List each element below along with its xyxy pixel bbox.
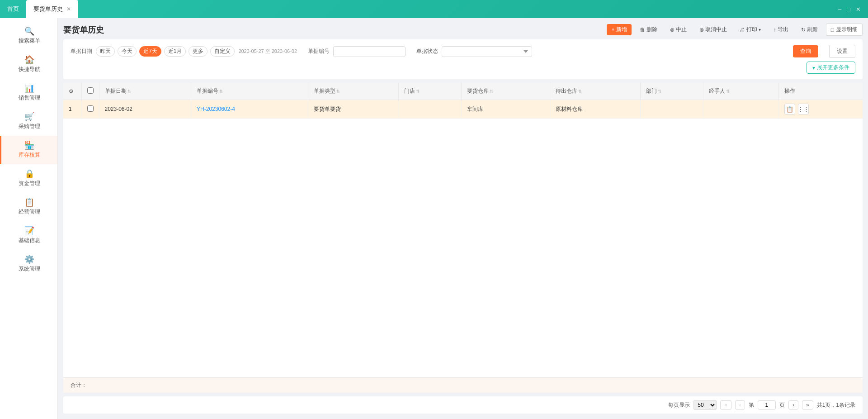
maximize-btn[interactable]: □: [847, 6, 850, 13]
sidebar-item-basic-info[interactable]: 📝 基础信息: [0, 221, 57, 250]
next-page-btn[interactable]: ›: [788, 400, 798, 409]
close-btn[interactable]: ✕: [856, 6, 861, 13]
operations-mgmt-icon: 📋: [24, 198, 34, 206]
th-actions: 操作: [779, 83, 863, 100]
th-checkbox: [81, 83, 99, 100]
cancel-stop-button-label: 取消中止: [705, 26, 727, 33]
sidebar-item-inventory-label: 库存核算: [19, 151, 40, 159]
row-num: 1: [63, 100, 81, 119]
expand-icon: ▾: [812, 65, 815, 71]
filter-row-1: 单据日期 昨天 今天 近7天 近1月 更多 自定义 2023-05-27 至 2…: [71, 45, 855, 58]
content-area: 要货单历史 + 新增 🗑 删除 ⊗ 中止 ⊗ 取消中止 🖨: [58, 18, 868, 419]
th-doc-date[interactable]: 单据日期⇅: [99, 83, 191, 100]
doc-no-link[interactable]: YH-20230602-4: [197, 106, 235, 112]
finance-mgmt-icon: 🔒: [24, 170, 34, 178]
new-button[interactable]: + 新增: [607, 24, 631, 35]
th-settings[interactable]: ⚙: [63, 83, 81, 100]
expand-label: 展开更多条件: [817, 64, 849, 71]
tab-home[interactable]: 首页: [0, 0, 26, 18]
tab-requisition-history[interactable]: 要货单历史 ✕: [26, 0, 78, 18]
per-page-label: 每页显示: [668, 401, 690, 409]
delete-button[interactable]: 🗑 删除: [635, 24, 662, 35]
filter-bar: 单据日期 昨天 今天 近7天 近1月 更多 自定义 2023-05-27 至 2…: [63, 39, 863, 79]
th-pending-warehouse[interactable]: 待出仓库⇅: [550, 83, 640, 100]
sidebar-item-quick-nav[interactable]: 🏠 快捷导航: [0, 50, 57, 79]
toolbar: + 新增 🗑 删除 ⊗ 中止 ⊗ 取消中止 🖨 打印 ▾: [607, 24, 863, 36]
basic-info-icon: 📝: [24, 227, 34, 235]
refresh-button[interactable]: ↻ 刷新: [797, 24, 822, 35]
prev-page-btn[interactable]: ‹: [735, 400, 745, 409]
inventory-icon: 🏪: [24, 141, 34, 149]
date-btn-yesterday[interactable]: 昨天: [96, 46, 115, 57]
date-btn-7days[interactable]: 近7天: [139, 46, 161, 57]
display-detail-checkbox-icon: □: [831, 27, 834, 33]
expand-more-btn[interactable]: ▾ 展开更多条件: [807, 62, 855, 74]
row-doc-type: 要货单要货: [308, 100, 398, 119]
new-button-label: + 新增: [611, 26, 627, 33]
first-page-btn[interactable]: «: [720, 400, 731, 409]
tab-requisition-history-label: 要货单历史: [33, 5, 63, 13]
row-delete-btn[interactable]: ⋮⋮: [798, 104, 809, 114]
tab-close-icon[interactable]: ✕: [66, 6, 71, 12]
th-doc-no[interactable]: 单据编号⇅: [191, 83, 308, 100]
filter-row-2: ▾ 展开更多条件: [71, 62, 855, 74]
last-page-btn[interactable]: »: [802, 400, 813, 409]
sidebar: 🔍 搜索菜单 🏠 快捷导航 📊 销售管理 🛒 采购管理 🏪 库存核算 🔒 资金管…: [0, 18, 58, 419]
sales-mgmt-icon: 📊: [24, 84, 34, 92]
filter-settings-label: 设置: [837, 48, 848, 55]
minimize-btn[interactable]: –: [838, 6, 841, 13]
cancel-stop-button[interactable]: ⊗ 取消中止: [695, 24, 731, 35]
th-handler[interactable]: 经手人⇅: [703, 83, 779, 100]
system-mgmt-icon: ⚙️: [24, 255, 34, 263]
query-button-label: 查询: [800, 48, 811, 55]
row-pending-warehouse: 原材料仓库: [550, 100, 640, 119]
top-bar: 首页 要货单历史 ✕ – □ ✕: [0, 0, 868, 18]
date-btn-today[interactable]: 今天: [118, 46, 137, 57]
sidebar-item-sales-mgmt[interactable]: 📊 销售管理: [0, 79, 57, 107]
stop-button[interactable]: ⊗ 中止: [665, 24, 691, 35]
date-range-text: 2023-05-27 至 2023-06-02: [238, 48, 297, 55]
export-button[interactable]: ↑ 导出: [769, 24, 793, 35]
date-btn-1month[interactable]: 近1月: [164, 46, 186, 57]
filter-settings-button[interactable]: 设置: [829, 45, 855, 58]
sidebar-item-search-menu[interactable]: 🔍 搜索菜单: [0, 22, 57, 50]
per-page-select[interactable]: 50 20 100: [693, 400, 717, 410]
quick-nav-icon: 🏠: [24, 56, 34, 64]
page-suffix: 页: [779, 401, 785, 409]
sidebar-item-inventory[interactable]: 🏪 库存核算: [0, 136, 57, 164]
export-icon: ↑: [774, 27, 776, 33]
th-doc-type[interactable]: 单据类型⇅: [308, 83, 398, 100]
query-button[interactable]: 查询: [793, 45, 818, 57]
date-btn-more[interactable]: 更多: [189, 46, 208, 57]
table-container: ⚙ 单据日期⇅ 单据编号⇅ 单据类型⇅: [63, 83, 863, 393]
sidebar-item-basic-info-label: 基础信息: [19, 237, 40, 244]
row-checkbox[interactable]: [87, 105, 94, 112]
print-button[interactable]: 🖨 打印 ▾: [735, 24, 765, 35]
row-doc-date: 2023-06-02: [99, 100, 191, 119]
sidebar-item-quick-nav-label: 快捷导航: [19, 66, 40, 73]
row-req-warehouse: 车间库: [462, 100, 550, 119]
page-title: 要货单历史: [63, 24, 104, 35]
select-all-checkbox[interactable]: [87, 87, 94, 94]
row-edit-btn[interactable]: 📋: [784, 104, 795, 114]
table-row: 1 2023-06-02 YH-20230602-4 要货单要货 车间库 原材料…: [63, 100, 863, 119]
doc-no-input[interactable]: [333, 46, 406, 57]
th-store[interactable]: 门店⇅: [399, 83, 462, 100]
purchase-mgmt-icon: 🛒: [24, 113, 34, 121]
row-doc-no: YH-20230602-4: [191, 100, 308, 119]
table-body: 1 2023-06-02 YH-20230602-4 要货单要货 车间库 原材料…: [63, 100, 863, 119]
th-req-warehouse[interactable]: 要货仓库⇅: [462, 83, 550, 100]
sidebar-item-finance-mgmt[interactable]: 🔒 资金管理: [0, 164, 57, 193]
sidebar-item-operations-mgmt[interactable]: 📋 经营管理: [0, 193, 57, 221]
display-detail-button[interactable]: □ 显示明细: [826, 24, 863, 36]
delete-button-label: 删除: [646, 26, 657, 33]
export-button-label: 导出: [778, 26, 788, 33]
page-input[interactable]: [758, 400, 776, 409]
sidebar-item-purchase-mgmt[interactable]: 🛒 采购管理: [0, 107, 57, 136]
sidebar-item-system-mgmt[interactable]: ⚙️ 系统管理: [0, 250, 57, 278]
th-department[interactable]: 部门⇅: [641, 83, 703, 100]
row-checkbox-cell: [81, 100, 99, 119]
date-quick-buttons: 昨天 今天 近7天 近1月 更多 自定义: [96, 46, 235, 57]
date-btn-custom[interactable]: 自定义: [210, 46, 235, 57]
doc-status-select[interactable]: [442, 46, 532, 57]
